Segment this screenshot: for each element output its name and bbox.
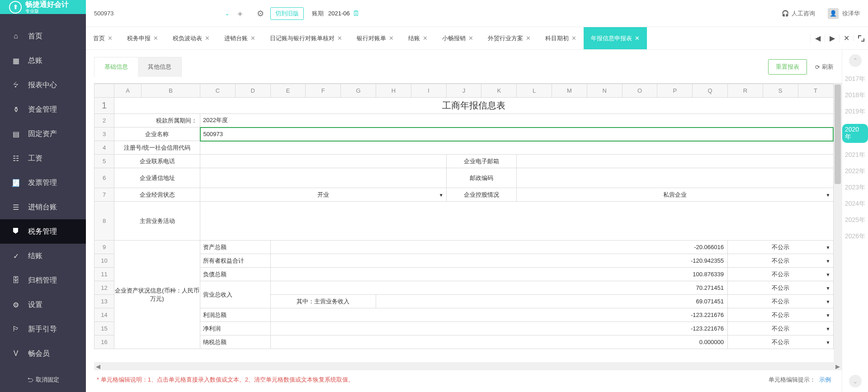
address-input[interactable] (200, 168, 447, 188)
col-header-G[interactable]: G (341, 84, 376, 98)
col-header-Q[interactable]: Q (693, 84, 728, 98)
tab-close-icon[interactable]: ✕ (389, 35, 394, 42)
phone-input[interactable] (200, 155, 447, 168)
reset-report-button[interactable]: 重置报表 (768, 59, 807, 75)
consult-button[interactable]: 🎧 人工咨询 (782, 9, 815, 18)
tab-close-icon[interactable]: ✕ (337, 35, 342, 42)
tabs-close-button[interactable]: ✕ (839, 34, 854, 43)
tab-5[interactable]: 银行对账单✕ (349, 27, 401, 49)
tab-3[interactable]: 进销台账✕ (217, 27, 263, 49)
tab-close-icon[interactable]: ✕ (468, 35, 473, 42)
horizontal-scrollbar[interactable]: ◀ ▶ (94, 362, 842, 370)
row-header-13[interactable]: 13 (94, 295, 114, 308)
row-16-value[interactable]: 0.000000 (270, 335, 727, 349)
row-13-value[interactable]: 69.071451 (376, 295, 727, 308)
row-header-16[interactable]: 16 (94, 335, 114, 349)
row-header-2[interactable]: 2 (94, 114, 114, 128)
tab-0[interactable]: 首页✕ (86, 27, 120, 49)
col-header-K[interactable]: K (481, 84, 517, 98)
sidebar-item-assets[interactable]: ▤固定资产 (0, 122, 86, 146)
sidebar-item-settings[interactable]: ⚙设置 (0, 293, 86, 317)
row-9-public-select[interactable]: 不公示▼ (727, 241, 833, 254)
row-11-public-select[interactable]: 不公示▼ (727, 268, 833, 281)
row-header-4[interactable]: 4 (94, 141, 114, 155)
tab-close-icon[interactable]: ✕ (250, 35, 255, 42)
settings-icon-button[interactable]: ⚙ (257, 9, 264, 19)
tab-close-icon[interactable]: ✕ (571, 35, 576, 42)
company-name-input[interactable]: 500973 (200, 128, 834, 141)
zip-input[interactable] (517, 168, 833, 188)
user-menu[interactable]: 👤 徐泽华 (828, 8, 860, 19)
row-header-7[interactable]: 7 (94, 188, 114, 202)
sidebar-item-reports[interactable]: ⭍报表中心 (0, 73, 86, 97)
col-header-E[interactable]: E (270, 84, 306, 98)
row-11-value[interactable]: 100.876339 (270, 268, 727, 281)
year-2021年[interactable]: 2021年 (845, 151, 865, 159)
tab-10[interactable]: 年报信息申报表✕ (584, 27, 647, 49)
col-header-L[interactable]: L (517, 84, 552, 98)
sidebar-item-home[interactable]: ⌂首页 (0, 24, 86, 48)
col-header-N[interactable]: N (587, 84, 622, 98)
sidebar-item-close[interactable]: ✓结账 (0, 244, 86, 268)
row-header-12[interactable]: 12 (94, 281, 114, 295)
col-header-M[interactable]: M (552, 84, 587, 98)
row-15-value[interactable]: -123.221676 (270, 322, 727, 335)
row-header-3[interactable]: 3 (94, 128, 114, 141)
tabs-next-button[interactable]: ▶ (825, 34, 839, 43)
row-9-value[interactable]: -20.066016 (270, 241, 727, 254)
row-header-15[interactable]: 15 (94, 322, 114, 335)
row-header-9[interactable]: 9 (94, 241, 114, 254)
sidebar-item-funds[interactable]: ⚱资金管理 (0, 97, 86, 122)
tab-9[interactable]: 科目期初✕ (538, 27, 584, 49)
tab-close-icon[interactable]: ✕ (153, 35, 158, 42)
row-14-public-select[interactable]: 不公示▼ (727, 308, 833, 322)
sidebar-item-vip[interactable]: V畅会员 (0, 341, 86, 366)
row-12-public-select[interactable]: 不公示▼ (727, 281, 833, 295)
row-header-5[interactable]: 5 (94, 155, 114, 168)
status-select[interactable]: 开业▼ (200, 188, 447, 202)
col-header-S[interactable]: S (763, 84, 798, 98)
tab-8[interactable]: 外贸行业方案✕ (481, 27, 538, 49)
col-header-R[interactable]: R (727, 84, 763, 98)
vertical-scrollbar[interactable] (834, 84, 842, 362)
period-value-cell[interactable]: 2022年度 (200, 114, 834, 128)
scroll-right-icon[interactable]: ▶ (834, 362, 842, 370)
calendar-icon[interactable]: 🗓 (353, 9, 360, 18)
year-2024年[interactable]: 2024年 (845, 200, 865, 208)
email-input[interactable] (517, 155, 833, 168)
col-header-H[interactable]: H (376, 84, 411, 98)
tab-7[interactable]: 小畅报销✕ (435, 27, 481, 49)
year-2026年[interactable]: 2026年 (845, 232, 865, 241)
company-combo[interactable]: 500973 ⌄ (94, 10, 230, 17)
scroll-left-icon[interactable]: ◀ (94, 362, 102, 370)
footer-example-link[interactable]: 示例 (819, 376, 831, 384)
main-biz-input[interactable] (200, 202, 834, 241)
year-down-button[interactable]: ⌄ (849, 375, 862, 387)
sidebar-item-salary[interactable]: ☷工资 (0, 146, 86, 170)
sidebar-item-stock[interactable]: ☰进销台账 (0, 195, 86, 219)
subtab-1[interactable]: 其他信息 (138, 57, 181, 77)
year-2025年[interactable]: 2025年 (845, 216, 865, 224)
col-header-O[interactable]: O (622, 84, 657, 98)
year-2020年[interactable]: 2020年 (842, 124, 868, 143)
spreadsheet[interactable]: ABCDEFGHIJKLMNOPQRST 1工商年报信息表2税款所属期间：202… (94, 84, 834, 362)
tab-2[interactable]: 税负波动表✕ (165, 27, 217, 49)
col-header-J[interactable]: J (446, 84, 481, 98)
col-header-D[interactable]: D (235, 84, 270, 98)
tabs-prev-button[interactable]: ◀ (810, 34, 825, 43)
col-header-F[interactable]: F (306, 84, 341, 98)
corner-cell[interactable] (94, 84, 114, 98)
year-up-button[interactable]: ⌃ (849, 54, 862, 67)
sidebar-item-ledger[interactable]: ▦总账 (0, 48, 86, 73)
tab-close-icon[interactable]: ✕ (108, 35, 113, 42)
sidebar-item-invoice[interactable]: 🧾发票管理 (0, 170, 86, 195)
col-header-A[interactable]: A (114, 84, 142, 98)
row-header-14[interactable]: 14 (94, 308, 114, 322)
sidebar-item-archive[interactable]: 🗄归档管理 (0, 268, 86, 293)
col-header-P[interactable]: P (657, 84, 693, 98)
row-header-8[interactable]: 8 (94, 202, 114, 241)
col-header-I[interactable]: I (411, 84, 446, 98)
sidebar-item-tax[interactable]: ⛊税务管理 (0, 219, 86, 244)
year-2022年[interactable]: 2022年 (845, 167, 865, 175)
col-header-B[interactable]: B (142, 84, 200, 98)
